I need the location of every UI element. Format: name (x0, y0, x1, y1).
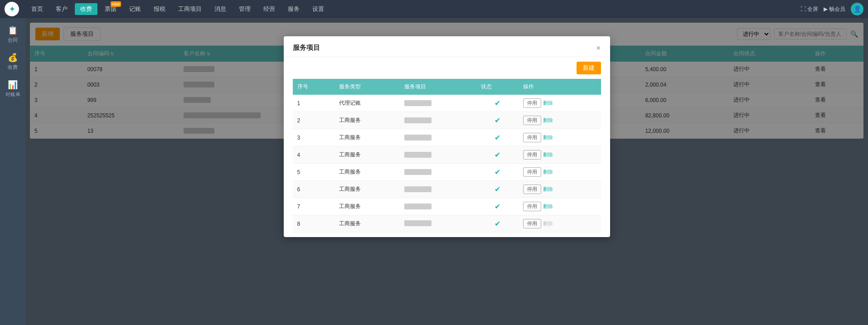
modal-cell-status: ✔ (476, 215, 519, 233)
modal-table-row: 2工商服务████✔停用删除 (293, 112, 601, 129)
modal-cell-action: 停用删除 (519, 164, 601, 181)
nav-items: 首页客户收费票据new记账报税工商项目消息管理经营服务设置 (26, 3, 800, 15)
nav-item-jingying[interactable]: 经营 (258, 3, 281, 15)
modal-cell-type: 工商服务 (335, 146, 400, 164)
modal-cell-item: ████1 (400, 95, 476, 112)
status-check-icon: ✔ (495, 185, 500, 193)
blurred-item: ███ (404, 169, 432, 175)
nav-item-xiaoxi[interactable]: 消息 (209, 3, 232, 15)
modal-cell-type: 工商服务 (335, 164, 400, 181)
delete-button[interactable]: 删除 (543, 203, 553, 210)
sidebar-item-label: 收费 (8, 64, 18, 71)
modal-cell-action: 停用删除 (519, 129, 601, 146)
modal-cell-seq: 3 (293, 129, 335, 146)
modal-th-action: 操作 (519, 79, 601, 95)
stop-button[interactable]: 停用 (523, 202, 541, 211)
modal-cell-action: 停用删除 (519, 181, 601, 198)
status-check-icon: ✔ (495, 220, 500, 228)
nav-right: ⛶ 全屏 ▶ 畅会员 👤 (800, 3, 863, 15)
modal-cell-status: ✔ (476, 95, 519, 112)
modal-table-row: 5工商服务███✔停用删除 (293, 164, 601, 181)
nav-item-piao[interactable]: 票据new (99, 3, 122, 15)
blurred-item: ██████ (404, 186, 432, 192)
modal-cell-item: ███注册 (400, 215, 476, 233)
modal-cell-status: ✔ (476, 112, 519, 129)
modal-table-row: 3工商服务████✔停用删除 (293, 129, 601, 146)
shoufei-icon: 💰 (8, 53, 18, 63)
modal-cell-type: 工商服务 (335, 181, 400, 198)
delete-button[interactable]: 删除 (543, 134, 553, 141)
modal-cell-type: 工商服务 (335, 112, 400, 129)
modal-cell-type: 工商服务 (335, 129, 400, 146)
modal-cell-status: ✔ (476, 198, 519, 215)
modal-cell-item: ████ (400, 129, 476, 146)
status-check-icon: ✔ (495, 151, 500, 159)
nav-item-gongshang[interactable]: 工商项目 (173, 3, 207, 15)
modal-cell-seq: 5 (293, 164, 335, 181)
nav-item-jizhang[interactable]: 记账 (124, 3, 146, 15)
sidebar-item-label: 合同 (8, 37, 18, 44)
modal-cell-seq: 7 (293, 198, 335, 215)
stop-button[interactable]: 停用 (523, 150, 541, 160)
blurred-item: ████ (404, 117, 432, 123)
stop-button[interactable]: 停用 (523, 98, 541, 108)
sidebar: 📋合同💰收费📊对账单 (0, 18, 25, 325)
modal-cell-item: ████ (400, 112, 476, 129)
modal-new-button[interactable]: 新建 (577, 62, 601, 74)
modal-th-seq: 序号 (293, 79, 335, 95)
delete-button[interactable]: 删除 (543, 100, 553, 107)
nav-item-client[interactable]: 客户 (50, 3, 73, 15)
modal-table: 序号服务类型服务项目状态操作 1代理记账████1✔停用删除2工商服务████✔… (293, 79, 601, 233)
top-nav: ✦ 首页客户收费票据new记账报税工商项目消息管理经营服务设置 ⛶ 全屏 ▶ 畅… (0, 0, 868, 18)
nav-item-guanli[interactable]: 管理 (233, 3, 256, 15)
hetong-icon: 📋 (8, 25, 18, 35)
modal-cell-seq: 4 (293, 146, 335, 164)
stop-button[interactable]: 停用 (523, 133, 541, 142)
modal-table-row: 8工商服务███注册✔停用删除 (293, 215, 601, 233)
stop-button[interactable]: 停用 (523, 116, 541, 125)
modal-cell-seq: 6 (293, 181, 335, 198)
nav-item-shezhi[interactable]: 设置 (307, 3, 330, 15)
status-check-icon: ✔ (495, 168, 500, 176)
modal-cell-action: 停用删除 (519, 215, 601, 233)
modal-cell-seq: 1 (293, 95, 335, 112)
nav-item-baoshui[interactable]: 报税 (148, 3, 171, 15)
stop-button[interactable]: 停用 (523, 167, 541, 177)
blurred-item: ███ (404, 204, 432, 209)
nav-item-shou[interactable]: 收费 (75, 3, 97, 15)
modal-cell-item: ███ (400, 164, 476, 181)
modal-title: 服务项目 (293, 44, 320, 52)
status-check-icon: ✔ (495, 99, 500, 107)
modal-cell-type: 工商服务 (335, 215, 400, 233)
status-check-icon: ✔ (495, 134, 500, 141)
modal-cell-status: ✔ (476, 164, 519, 181)
blurred-item: ███注册 (404, 220, 432, 226)
modal-cell-status: ✔ (476, 129, 519, 146)
blurred-item: ████ (404, 135, 432, 141)
member-button[interactable]: ▶ 畅会员 (824, 5, 845, 13)
sidebar-item-hetong[interactable]: 📋合同 (1, 22, 24, 47)
avatar[interactable]: 👤 (851, 3, 863, 15)
modal-cell-action: 停用删除 (519, 95, 601, 112)
modal-cell-item: ██████ (400, 181, 476, 198)
modal-table-row: 4工商服务███✔停用删除 (293, 146, 601, 164)
sidebar-item-duizhang[interactable]: 📊对账单 (1, 76, 24, 102)
modal-close-button[interactable]: × (596, 44, 601, 52)
duizhang-icon: 📊 (8, 80, 18, 90)
sidebar-item-shoufei[interactable]: 💰收费 (1, 49, 24, 74)
modal-cell-type: 工商服务 (335, 198, 400, 215)
stop-button[interactable]: 停用 (523, 219, 541, 228)
modal-cell-item: ███ (400, 146, 476, 164)
fullscreen-button[interactable]: ⛶ 全屏 (800, 5, 818, 13)
modal-table-row: 7工商服务███✔停用删除 (293, 198, 601, 215)
nav-item-fuwu[interactable]: 服务 (282, 3, 305, 15)
delete-button[interactable]: 删除 (543, 151, 553, 158)
delete-button[interactable]: 删除 (543, 169, 553, 175)
delete-button[interactable]: 删除 (543, 117, 553, 124)
modal-table-row: 1代理记账████1✔停用删除 (293, 95, 601, 112)
delete-button[interactable]: 删除 (543, 186, 553, 193)
stop-button[interactable]: 停用 (523, 184, 541, 194)
delete-button: 删除 (543, 220, 553, 227)
nav-item-home[interactable]: 首页 (26, 3, 48, 15)
modal: 服务项目 × 新建 序号服务类型服务项目状态操作 1代理记账████1✔停用删除… (284, 36, 610, 237)
